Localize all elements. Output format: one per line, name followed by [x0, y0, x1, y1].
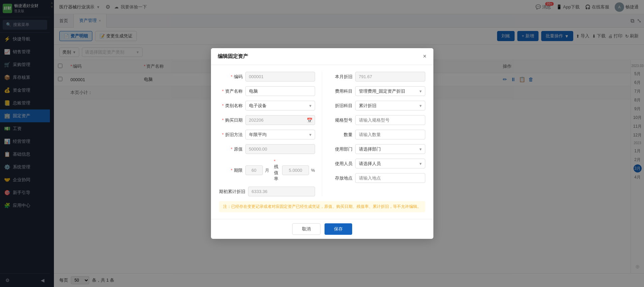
modal-right-column: 本月折旧 费用科目 管理费用_固定资产折旧 ▼ — [322, 72, 425, 196]
location-label: 存放地点 — [329, 175, 352, 181]
person-select[interactable]: 请选择人员 — [355, 159, 425, 168]
period-label: * 期限 — [219, 167, 243, 173]
initial-accumulated-label: 期初累计折旧 — [219, 189, 245, 195]
field-category: * 类别名称 电子设备 ▼ — [219, 101, 315, 110]
modal-body: * 编码 * 资产名称 * 类别名称 — [211, 65, 433, 219]
quantity-label: 数量 — [329, 132, 352, 138]
category-label: * 类别名称 — [219, 103, 243, 109]
modal-note: 注：已经存在变更记录或者对应固定资产已经生成凭证，原值、购买日期、残值率、累计折… — [219, 201, 425, 212]
calendar-icon[interactable]: 📅 — [307, 118, 312, 123]
field-department: 使用部门 请选择部门 ▼ — [329, 144, 425, 154]
department-select-wrap: 请选择部门 ▼ — [355, 144, 425, 154]
field-initial-accumulated: 期初累计折旧 — [219, 187, 315, 196]
location-input[interactable] — [355, 173, 425, 183]
field-purchase-date: * 购买日期 📅 — [219, 115, 315, 125]
quantity-input[interactable] — [355, 130, 425, 139]
category-select-wrap: 电子设备 ▼ — [245, 101, 315, 110]
person-select-wrap: 请选择人员 ▼ — [355, 159, 425, 168]
expense-subject-select[interactable]: 管理费用_固定资产折旧 — [355, 86, 425, 96]
cancel-button[interactable]: 取消 — [292, 223, 320, 235]
dep-method-select-wrap: 年限平均 ▼ — [245, 130, 315, 139]
modal-title: 编辑固定资产 — [218, 53, 248, 60]
residual-rate-label: * 残值率 — [274, 159, 280, 182]
dep-subject-label: 折旧科目 — [329, 103, 352, 109]
modal-footer: 取消 保存 — [211, 219, 433, 239]
code-input[interactable] — [245, 72, 315, 82]
dep-subject-select-wrap: 累计折旧 ▼ — [355, 101, 425, 110]
modal-left-column: * 编码 * 资产名称 * 类别名称 — [219, 72, 322, 196]
spec-input[interactable] — [355, 115, 425, 125]
residual-rate-input[interactable] — [282, 165, 309, 175]
dep-method-label: * 折旧方法 — [219, 132, 243, 138]
field-period-residual: * 期限 月 * 残值率 % — [219, 159, 315, 182]
expense-subject-label: 费用科目 — [329, 88, 352, 94]
name-input[interactable] — [245, 86, 315, 96]
modal-header: 编辑固定资产 × — [211, 48, 433, 65]
original-value-label: * 原值 — [219, 146, 243, 152]
edit-fixed-asset-modal: 编辑固定资产 × * 编码 * 资产名称 — [211, 48, 433, 239]
department-label: 使用部门 — [329, 146, 352, 152]
period-unit: 月 — [265, 167, 269, 173]
field-monthly-dep: 本月折旧 — [329, 72, 425, 82]
field-dep-subject: 折旧科目 累计折旧 ▼ — [329, 101, 425, 110]
period-inline-group: 月 * 残值率 % — [245, 159, 315, 182]
category-select[interactable]: 电子设备 — [245, 101, 315, 110]
purchase-date-input[interactable] — [245, 115, 315, 125]
field-person: 使用人员 请选择人员 ▼ — [329, 159, 425, 168]
initial-accumulated-input[interactable] — [248, 187, 315, 196]
monthly-dep-label: 本月折旧 — [329, 74, 352, 80]
original-value-input[interactable] — [245, 144, 315, 154]
field-location: 存放地点 — [329, 173, 425, 183]
department-select[interactable]: 请选择部门 — [355, 144, 425, 154]
person-label: 使用人员 — [329, 161, 352, 167]
save-button[interactable]: 保存 — [325, 223, 352, 235]
field-spec: 规格型号 — [329, 115, 425, 125]
name-label: * 资产名称 — [219, 88, 243, 94]
expense-subject-select-wrap: 管理费用_固定资产折旧 ▼ — [355, 86, 425, 96]
dep-subject-select[interactable]: 累计折旧 — [355, 101, 425, 110]
field-expense-subject: 费用科目 管理费用_固定资产折旧 ▼ — [329, 86, 425, 96]
code-label: * 编码 — [219, 74, 243, 80]
period-input[interactable] — [245, 165, 263, 175]
field-name: * 资产名称 — [219, 86, 315, 96]
modal-close-button[interactable]: × — [423, 53, 427, 60]
purchase-date-wrap: 📅 — [245, 115, 315, 125]
monthly-dep-input — [355, 72, 425, 82]
purchase-date-label: * 购买日期 — [219, 117, 243, 123]
field-code: * 编码 — [219, 72, 315, 82]
field-dep-method: * 折旧方法 年限平均 ▼ — [219, 130, 315, 139]
field-original-value: * 原值 — [219, 144, 315, 154]
residual-rate-unit: % — [311, 168, 315, 173]
spec-label: 规格型号 — [329, 117, 352, 123]
field-quantity: 数量 — [329, 130, 425, 139]
modal-overlay: 编辑固定资产 × * 编码 * 资产名称 — [0, 0, 644, 287]
dep-method-select[interactable]: 年限平均 — [245, 130, 315, 139]
